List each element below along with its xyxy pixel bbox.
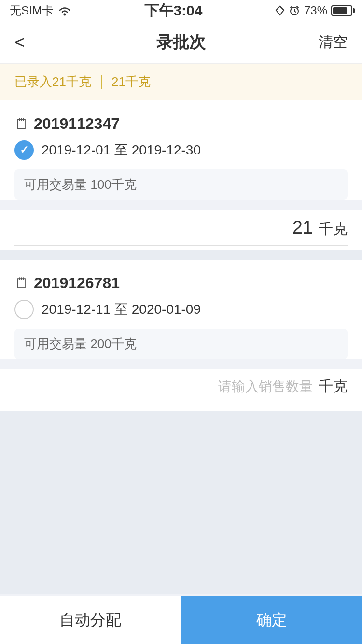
recorded-label: 已录入21千克 — [14, 73, 91, 90]
status-left: 无SIM卡 — [10, 3, 72, 18]
battery-percent: 73% — [304, 4, 327, 17]
batch1-icon: 🗒 — [14, 116, 29, 132]
back-button[interactable]: < — [14, 32, 43, 53]
batch-card-1: 🗒 2019112347 2019-12-01 至 2019-12-30 可用交… — [0, 100, 362, 200]
status-time: 下午3:04 — [144, 1, 202, 21]
batch1-date: 2019-12-01 至 2019-12-30 — [42, 141, 201, 159]
batch1-quantity-row: 21 千克 — [0, 210, 362, 240]
footer: 自动分配 确定 — [0, 596, 362, 644]
batch1-quantity-input[interactable]: 21 千克 — [292, 217, 348, 240]
batch1-radio[interactable] — [14, 140, 34, 160]
batch2-header: 🗒 2019126781 — [14, 274, 348, 292]
auto-distribute-button[interactable]: 自动分配 — [0, 596, 181, 644]
status-right: 73% — [275, 4, 352, 17]
batch2-unit: 千克 — [319, 377, 348, 396]
batch2-underline — [203, 396, 348, 401]
batch2-date-row[interactable]: 2019-12-11 至 2020-01-09 — [14, 300, 348, 319]
batch2-placeholder: 请输入销售数量 — [14, 378, 313, 396]
page-title: 录批次 — [156, 31, 206, 54]
batch2-underline-row — [0, 396, 362, 411]
info-bar: 已录入21千克 21千克 — [0, 64, 362, 100]
batch1-id: 2019112347 — [34, 115, 120, 133]
batch2-id: 2019126781 — [34, 274, 120, 292]
batch1-date-row[interactable]: 2019-12-01 至 2019-12-30 — [14, 140, 348, 160]
status-bar: 无SIM卡 下午3:04 73% — [0, 0, 362, 21]
batch-card-2: 🗒 2019126781 2019-12-11 至 2020-01-09 可用交… — [0, 260, 362, 359]
batch2-available: 可用交易量 200千克 — [14, 329, 348, 359]
nav-bar: < 录批次 清空 — [0, 21, 362, 64]
location-icon — [275, 5, 285, 16]
info-divider — [101, 75, 102, 89]
batch1-unit: 千克 — [319, 219, 348, 239]
battery-icon — [331, 5, 352, 16]
batch2-quantity-row[interactable]: 请输入销售数量 千克 — [0, 369, 362, 396]
section-separator — [0, 250, 362, 260]
recorded-value: 21千克 — [111, 73, 151, 90]
svg-point-0 — [63, 14, 66, 16]
batch2-date: 2019-12-11 至 2020-01-09 — [42, 300, 201, 319]
wifi-icon — [57, 5, 72, 16]
batch1-underline: 21 — [292, 217, 313, 240]
batch1-available: 可用交易量 100千克 — [14, 169, 348, 200]
batch2-icon: 🗒 — [14, 275, 29, 292]
alarm-icon — [289, 5, 300, 16]
batch1-quantity-value[interactable]: 21 — [292, 217, 313, 238]
carrier-text: 无SIM卡 — [10, 3, 54, 18]
confirm-button[interactable]: 确定 — [181, 596, 362, 644]
batch1-header: 🗒 2019112347 — [14, 115, 348, 133]
bottom-area — [0, 411, 362, 594]
clear-button[interactable]: 清空 — [319, 32, 348, 52]
batch2-radio[interactable] — [14, 300, 34, 319]
